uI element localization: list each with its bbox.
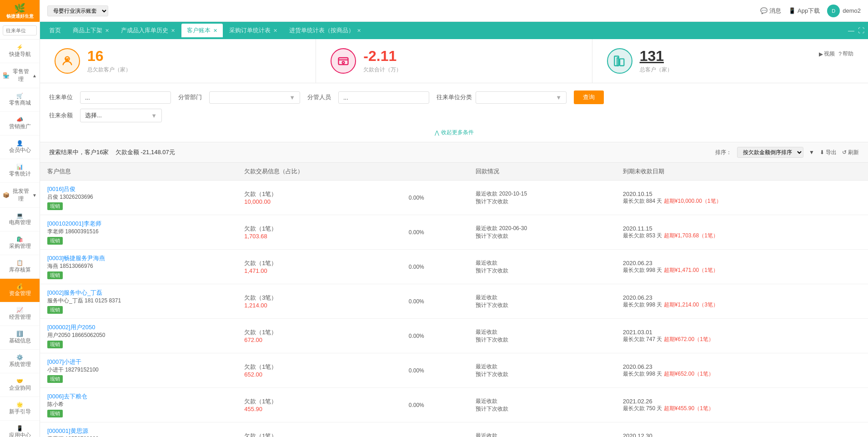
debt-amount[interactable]: 1,471.00 bbox=[244, 267, 394, 274]
debt-amount[interactable]: 455.90 bbox=[244, 406, 394, 412]
help-btn[interactable]: ? 帮助 bbox=[838, 50, 853, 58]
table-row: [0016]吕俊 吕俊 13026203696 现销 欠款（1笔） 10,000… bbox=[40, 181, 868, 215]
last-collect-label: 最近收款 bbox=[476, 294, 497, 301]
next-collect-label: 预计下次收款 bbox=[476, 233, 508, 239]
message-button[interactable]: 💬 消息 bbox=[760, 7, 781, 15]
overdue-amount[interactable]: 超期¥652.00（1笔） bbox=[664, 371, 714, 377]
tab-purchase-stats[interactable]: 进货单统计表（按商品） ✕ bbox=[284, 24, 366, 37]
debt-amount[interactable]: 652.00 bbox=[244, 371, 394, 378]
overdue-amount[interactable]: 超期¥10,000.00（1笔） bbox=[664, 198, 722, 204]
customer-name-link[interactable]: [000001]黄思源 bbox=[47, 427, 88, 434]
tab-close-icon[interactable]: ✕ bbox=[357, 28, 361, 34]
next-collect: 预计下次收款 bbox=[476, 371, 608, 378]
sidebar-item-basic-info[interactable]: ℹ️ 基础信息 bbox=[0, 326, 40, 350]
customer-phone: 服务中心_丁磊 181 0125 8371 bbox=[47, 297, 230, 305]
manager-input[interactable]: ... bbox=[338, 91, 429, 104]
sidebar-item-enterprise[interactable]: 🤝 企业协同 bbox=[0, 373, 40, 397]
table-row: [0007]小进干 小进干 18279152100 现销 欠款（1笔） 652.… bbox=[40, 353, 868, 388]
customer-tag: 现销 bbox=[47, 410, 63, 417]
search-input[interactable] bbox=[3, 25, 37, 35]
last-collect-label: 最近收款 bbox=[476, 363, 497, 370]
tab-customer-account[interactable]: 客户账本 ✕ bbox=[181, 24, 223, 37]
operations-icon: 📈 bbox=[16, 307, 23, 313]
sidebar-item-marketing[interactable]: 📣 营销推广 bbox=[0, 112, 40, 136]
sidebar-item-wholesale[interactable]: 📦 批发管理 ▼ bbox=[0, 183, 40, 208]
minimize-button[interactable]: — bbox=[848, 27, 854, 34]
tab-home[interactable]: 首页 bbox=[44, 24, 66, 37]
overdue-amount[interactable]: 超期¥672.00（1笔） bbox=[664, 336, 714, 342]
export-button[interactable]: ⬇ 导出 bbox=[820, 149, 837, 156]
sidebar-item-ecommerce[interactable]: 💻 电商管理 bbox=[0, 208, 40, 231]
sidebar-item-operations[interactable]: 📈 经营管理 bbox=[0, 302, 40, 326]
tab-close-icon[interactable]: ✕ bbox=[105, 28, 109, 34]
debtors-icon: ¥ bbox=[55, 48, 80, 74]
overdue-amount[interactable]: 超期¥1,214.00（3笔） bbox=[664, 301, 718, 308]
app-download-button[interactable]: 📱 App下载 bbox=[788, 7, 820, 15]
debt-percent-cell: 0.00% bbox=[401, 284, 468, 319]
overdue-amount[interactable]: 超期¥1,703.68（1笔） bbox=[664, 232, 718, 239]
refresh-button[interactable]: ↺ 刷新 bbox=[842, 149, 859, 156]
customer-name-link[interactable]: [000002]用户2050 bbox=[47, 324, 95, 331]
source-unit-input[interactable]: ... bbox=[80, 91, 171, 104]
tab-production[interactable]: 产成品入库单历史 ✕ bbox=[115, 24, 181, 37]
debt-percent: 0.00% bbox=[409, 195, 424, 201]
last-collect: 最近收款 bbox=[476, 328, 608, 336]
debt-percent: 0.00% bbox=[409, 229, 424, 236]
sidebar-item-retail-stats[interactable]: 📊 零售统计 bbox=[0, 159, 40, 183]
query-button[interactable]: 查询 bbox=[574, 90, 604, 104]
customer-phone: 用户2050 18665062050 bbox=[47, 332, 230, 339]
balance-select[interactable]: 选择... ▼ bbox=[80, 109, 162, 122]
col-header-collection: 回款情况 bbox=[468, 163, 616, 181]
customer-name-text: 畅捷服务尹海燕 bbox=[64, 255, 105, 261]
customer-name-text: 吕俊 bbox=[64, 186, 75, 192]
summary-card-total-customers: 131 总客户（家） ▶ 视频 ? 帮助 bbox=[592, 39, 868, 83]
video-btn[interactable]: ▶ 视频 bbox=[819, 50, 835, 58]
card-actions: ▶ 视频 ? 帮助 bbox=[819, 50, 853, 58]
tab-close-icon[interactable]: ✕ bbox=[213, 28, 217, 34]
customer-name-link[interactable]: [0001020001]李老师 bbox=[47, 220, 101, 227]
debt-amount[interactable]: 1,703.68 bbox=[244, 233, 394, 240]
sidebar-item-newbie[interactable]: 🌟 新手引导 bbox=[0, 397, 40, 421]
customer-name-link[interactable]: [0007]小进干 bbox=[47, 358, 81, 365]
tab-close-icon[interactable]: ✕ bbox=[273, 28, 277, 34]
refresh-icon: ↺ bbox=[842, 149, 847, 156]
last-collect-label: 最近收款 bbox=[476, 398, 497, 404]
collection-cell: 最近收款 预计下次收款 bbox=[468, 422, 616, 437]
debt-amount[interactable]: 1,214.00 bbox=[244, 302, 394, 309]
marketing-icon: 📣 bbox=[16, 116, 23, 123]
sidebar-item-retail-mgmt[interactable]: 🏪 零售管理 ▲ bbox=[0, 63, 40, 88]
sidebar-item-retail-mall[interactable]: 🛒 零售商城 bbox=[0, 88, 40, 112]
overdue-info: 最长欠款 747 天 超期¥672.00（1笔） bbox=[623, 336, 861, 343]
debt-percent: 0.00% bbox=[409, 298, 424, 305]
sidebar-item-finance[interactable]: 💰 资金管理 bbox=[0, 279, 40, 302]
customer-name-link[interactable]: [0003]畅捷服务尹海燕 bbox=[47, 255, 105, 261]
sidebar-item-member-center[interactable]: 👤 会员中心 bbox=[0, 136, 40, 159]
customer-tag: 现销 bbox=[47, 271, 63, 279]
unit-category-select[interactable]: ▼ bbox=[476, 91, 567, 104]
customer-name-link[interactable]: [0006]去下粮仓 bbox=[47, 393, 87, 400]
svg-point-3 bbox=[342, 61, 345, 64]
debt-amount[interactable]: 10,000.00 bbox=[244, 198, 394, 205]
tab-close-icon[interactable]: ✕ bbox=[171, 28, 175, 34]
last-collect-label: 最近收款 bbox=[476, 329, 497, 335]
sidebar-item-quick-nav[interactable]: ⚡ 快捷导航 bbox=[0, 40, 40, 63]
sidebar-item-system[interactable]: ⚙️ 系统管理 bbox=[0, 350, 40, 373]
user-profile[interactable]: D demo2 bbox=[827, 5, 861, 17]
overdue-amount[interactable]: 超期¥455.90（1笔） bbox=[664, 405, 714, 412]
industry-selector[interactable]: 母婴行业演示账套 bbox=[47, 5, 108, 16]
customer-name-link[interactable]: [0016]吕俊 bbox=[47, 186, 75, 192]
debt-info-cell: 欠款（1笔） 1,471.00 bbox=[237, 250, 401, 284]
sidebar-item-inventory[interactable]: 📋 库存核算 bbox=[0, 255, 40, 279]
tab-products[interactable]: 商品上下架 ✕ bbox=[67, 24, 115, 37]
tab-purchase-order[interactable]: 采购订单统计表 ✕ bbox=[224, 24, 283, 37]
debt-amount[interactable]: 672.00 bbox=[244, 337, 394, 343]
maximize-button[interactable]: ⛶ bbox=[858, 27, 864, 34]
collapse-button[interactable]: ⋀ 收起更多条件 bbox=[49, 127, 859, 138]
sidebar-item-purchase[interactable]: 🛍️ 采购管理 bbox=[0, 231, 40, 255]
sidebar-search-area[interactable] bbox=[0, 22, 40, 40]
department-select[interactable]: ▼ bbox=[209, 91, 300, 104]
overdue-amount[interactable]: 超期¥1,471.00（1笔） bbox=[664, 267, 718, 273]
sort-select[interactable]: 按欠款金额倒序排序 bbox=[737, 147, 803, 158]
customer-name-link[interactable]: [0002]服务中心_丁磊 bbox=[47, 289, 102, 296]
sidebar-item-apps[interactable]: 📱 应用中心 bbox=[0, 421, 40, 437]
